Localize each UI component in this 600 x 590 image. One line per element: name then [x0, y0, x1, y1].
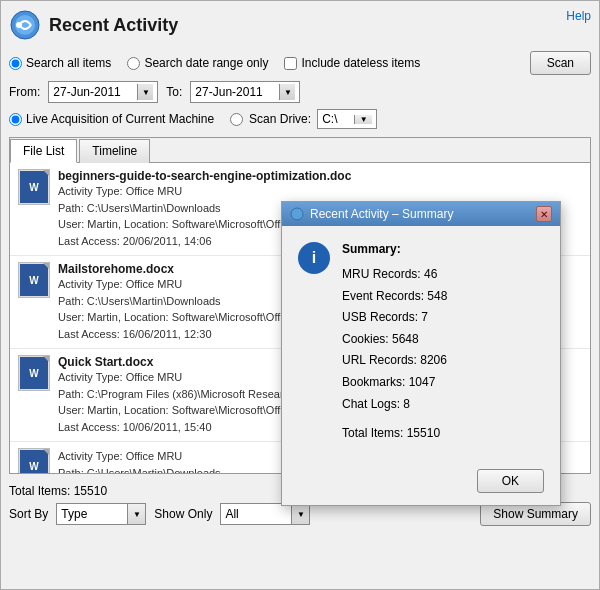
bookmarks: Bookmarks: 1047 — [342, 372, 544, 394]
drive-value: C:\ — [322, 112, 354, 126]
app-icon — [9, 9, 41, 41]
mru-records: MRU Records: 46 — [342, 264, 544, 286]
file-icon: W — [18, 262, 50, 298]
sort-by-value: Type — [57, 507, 127, 521]
modal-body: i Summary: MRU Records: 46 Event Records… — [282, 226, 560, 461]
ok-button[interactable]: OK — [477, 469, 544, 493]
modal-titlebar: Recent Activity – Summary ✕ — [282, 202, 560, 226]
to-label: To: — [166, 85, 182, 99]
sort-by-arrow[interactable]: ▼ — [127, 504, 145, 524]
acquisition-row: Live Acquisition of Current Machine Scan… — [9, 109, 591, 129]
event-records: Event Records: 548 — [342, 286, 544, 308]
drive-dropdown-arrow[interactable]: ▼ — [354, 115, 372, 124]
to-date-arrow[interactable]: ▼ — [279, 84, 295, 100]
checkbox-dateless: Include dateless items — [284, 56, 420, 70]
radio-search-date: Search date range only — [127, 56, 268, 70]
tab-bar: File List Timeline — [10, 138, 590, 163]
show-only-label: Show Only — [154, 507, 212, 521]
header: Recent Activity Help — [9, 9, 591, 41]
to-date-input[interactable]: ▼ — [190, 81, 300, 103]
sort-by-label: Sort By — [9, 507, 48, 521]
from-date-input[interactable]: ▼ — [48, 81, 158, 103]
controls-row: Search all items Search date range only … — [9, 51, 591, 75]
chat-logs: Chat Logs: 8 — [342, 394, 544, 416]
total-items-summary: Total Items: 15510 — [342, 423, 544, 445]
show-only-value: All — [221, 507, 291, 521]
svg-point-3 — [291, 208, 303, 220]
modal-footer: OK — [282, 461, 560, 505]
to-date-field[interactable] — [195, 85, 275, 99]
modal-icon — [290, 207, 304, 221]
page-title: Recent Activity — [49, 15, 178, 36]
from-label: From: — [9, 85, 40, 99]
radio-live-acquisition: Live Acquisition of Current Machine — [9, 112, 214, 126]
usb-records: USB Records: 7 — [342, 307, 544, 329]
from-date-arrow[interactable]: ▼ — [137, 84, 153, 100]
url-records: URL Records: 8206 — [342, 350, 544, 372]
file-icon: W — [18, 169, 50, 205]
scan-button[interactable]: Scan — [530, 51, 591, 75]
total-items: Total Items: 15510 — [9, 484, 107, 498]
cookies: Cookies: 5648 — [342, 329, 544, 351]
show-only-combo[interactable]: All ▼ — [220, 503, 310, 525]
date-row: From: ▼ To: ▼ — [9, 81, 591, 103]
radio-scan-drive: Scan Drive: C:\ ▼ — [230, 109, 377, 129]
show-only-arrow[interactable]: ▼ — [291, 504, 309, 524]
modal-close-button[interactable]: ✕ — [536, 206, 552, 222]
help-link[interactable]: Help — [566, 9, 591, 23]
main-window: Recent Activity Help Search all items Se… — [0, 0, 600, 590]
file-icon: W — [18, 355, 50, 391]
file-icon: W — [18, 448, 50, 473]
tab-timeline[interactable]: Timeline — [79, 139, 150, 163]
tab-file-list[interactable]: File List — [10, 139, 77, 163]
drive-select[interactable]: C:\ ▼ — [317, 109, 377, 129]
sort-by-combo[interactable]: Type ▼ — [56, 503, 146, 525]
from-date-field[interactable] — [53, 85, 133, 99]
summary-title: Summary: — [342, 242, 544, 256]
summary-modal: Recent Activity – Summary ✕ i Summary: M… — [281, 201, 561, 506]
info-icon: i — [298, 242, 330, 274]
modal-title: Recent Activity – Summary — [310, 207, 453, 221]
radio-search-all: Search all items — [9, 56, 111, 70]
file-name: beginners-guide-to-search-engine-optimiz… — [58, 169, 582, 183]
